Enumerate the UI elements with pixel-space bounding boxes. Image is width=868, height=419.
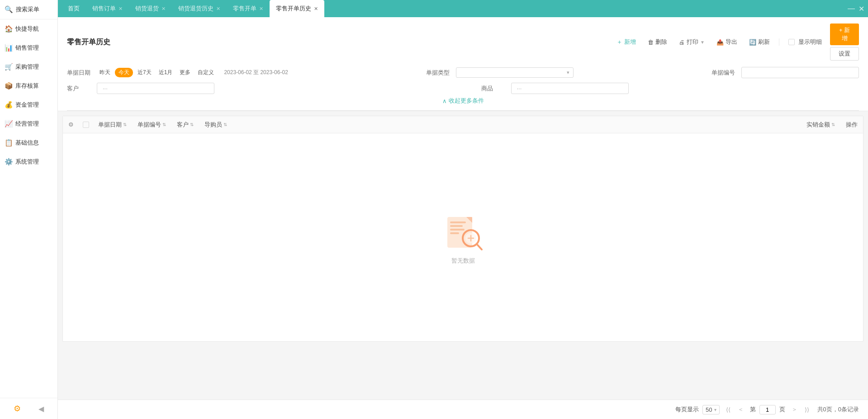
delete-label: 删除 xyxy=(655,38,667,46)
delete-button[interactable]: 🗑 删除 xyxy=(644,37,671,47)
tab-sales-order-close[interactable]: ✕ xyxy=(119,6,123,12)
print-button[interactable]: 🖨 打印 ▼ xyxy=(675,37,708,47)
filter-collapse-btn[interactable]: ∧ 收起更多条件 xyxy=(67,96,859,106)
doc-num-label: 单据编号 xyxy=(711,69,739,77)
customer-select[interactable]: ··· xyxy=(97,83,214,94)
collapse-sidebar-icon[interactable]: ◀ xyxy=(38,405,44,413)
table-select-all-checkbox[interactable] xyxy=(79,121,93,128)
doc-type-label: 单据类型 xyxy=(426,69,453,77)
th-action: 操作 xyxy=(840,121,863,129)
sidebar-item-basic-info[interactable]: 📋 基础信息 xyxy=(0,133,57,152)
page-unit: 页 xyxy=(779,405,785,414)
query-setting-group: + 新增 设置 xyxy=(830,24,859,61)
date-btn-1month[interactable]: 近1月 xyxy=(156,68,175,77)
tab-sales-return[interactable]: 销货退货 ✕ xyxy=(129,0,172,17)
add-button[interactable]: ＋ 新增 xyxy=(613,37,640,47)
display-detail-button[interactable]: 显示明细 xyxy=(785,37,825,47)
refresh-button[interactable]: 🔄 刷新 xyxy=(745,37,773,47)
page-total: 共0页，0条记录 xyxy=(817,405,859,414)
th-date[interactable]: 单据日期 ⇅ xyxy=(93,121,132,129)
tab-sales-return-close[interactable]: ✕ xyxy=(161,6,166,12)
window-close-icon[interactable]: ✕ xyxy=(859,5,864,13)
refresh-label: 刷新 xyxy=(758,38,770,46)
customer-label: 客户 xyxy=(67,85,94,93)
window-minimize-icon[interactable]: — xyxy=(848,5,855,13)
sys-icon: ⚙️ xyxy=(5,158,13,166)
doc-type-select[interactable]: ▾ xyxy=(456,67,574,78)
page-navigation: ⟨⟨ ＜ 第 页 ＞ ⟩⟩ xyxy=(723,405,812,414)
svg-rect-1 xyxy=(450,221,466,223)
page-first-btn[interactable]: ⟨⟨ xyxy=(723,405,733,414)
settings-icon[interactable]: ⚙ xyxy=(14,404,21,414)
tab-sales-order[interactable]: 销售订单 ✕ xyxy=(86,0,129,17)
per-page-label: 每页显示 xyxy=(675,405,699,414)
sidebar-bottom: ⚙ ◀ xyxy=(0,398,57,419)
tab-home[interactable]: 首页 xyxy=(62,0,86,17)
date-btn-7days[interactable]: 近7天 xyxy=(135,68,154,77)
sidebar-item-label: 快捷导航 xyxy=(15,25,39,33)
sidebar-item-inventory[interactable]: 📦 库存核算 xyxy=(0,76,57,95)
th-num[interactable]: 单据编号 ⇅ xyxy=(132,121,171,129)
tab-retail-open-close[interactable]: ✕ xyxy=(259,6,263,12)
goods-select[interactable]: ··· xyxy=(511,83,629,94)
empty-state: 暂无数据 xyxy=(63,133,863,341)
date-btn-more[interactable]: 更多 xyxy=(177,68,193,77)
sidebar-item-sales-mgmt[interactable]: 📊 销售管理 xyxy=(0,38,57,57)
sidebar-item-finance[interactable]: 💰 资金管理 xyxy=(0,95,57,114)
date-btn-custom[interactable]: 自定义 xyxy=(195,68,217,77)
date-btn-yesterday[interactable]: 昨天 xyxy=(97,68,113,77)
tab-sales-return-history[interactable]: 销货退货历史 ✕ xyxy=(172,0,227,17)
doc-num-input[interactable] xyxy=(741,67,859,78)
sidebar-search[interactable]: 🔍 搜索采单 xyxy=(0,0,57,19)
th-salesperson-sort-icon: ⇅ xyxy=(223,122,227,127)
inventory-icon: 📦 xyxy=(5,82,13,90)
page-title-row: 零售开单历史 ＋ 新增 🗑 删除 🖨 打印 ▼ xyxy=(67,24,859,61)
th-salesperson[interactable]: 导购员 ⇅ xyxy=(199,121,232,129)
query-button[interactable]: + 新增 xyxy=(830,24,859,45)
goods-dots: ··· xyxy=(517,85,522,92)
collapse-label: 收起更多条件 xyxy=(449,97,484,105)
tab-retail-open-history-close[interactable]: ✕ xyxy=(314,6,318,12)
th-date-label: 单据日期 xyxy=(98,121,122,129)
basic-info-icon: 📋 xyxy=(5,139,13,147)
sales-icon: 📊 xyxy=(5,44,13,52)
sidebar-item-operation[interactable]: 📈 经营管理 xyxy=(0,114,57,133)
th-date-sort-icon: ⇅ xyxy=(123,122,127,127)
display-detail-checkbox[interactable] xyxy=(788,39,795,45)
sidebar-item-purchase-mgmt[interactable]: 🛒 采购管理 xyxy=(0,57,57,76)
content-area: 零售开单历史 ＋ 新增 🗑 删除 🖨 打印 ▼ xyxy=(58,17,868,419)
filter-area: 单据日期 昨天 今天 近7天 近1月 更多 自定义 2023-06-02 至 2… xyxy=(67,67,859,111)
sidebar-item-label: 经营管理 xyxy=(15,120,39,128)
sidebar-item-sys-mgmt[interactable]: ⚙️ 系统管理 xyxy=(0,152,57,171)
th-customer[interactable]: 客户 ⇅ xyxy=(171,121,199,129)
th-num-sort-icon: ⇅ xyxy=(162,122,166,127)
page-number-input[interactable] xyxy=(759,405,776,414)
tab-sales-return-history-close[interactable]: ✕ xyxy=(216,6,220,12)
export-button[interactable]: 📤 导出 xyxy=(713,37,741,47)
tabs-right-controls: — ✕ xyxy=(848,5,864,13)
purchase-icon: 🛒 xyxy=(5,63,13,71)
tab-retail-open[interactable]: 零售开单 ✕ xyxy=(227,0,270,17)
tab-retail-open-history[interactable]: 零售开单历史 ✕ xyxy=(270,0,324,17)
date-btn-today[interactable]: 今天 xyxy=(115,68,133,77)
sidebar-item-label: 基础信息 xyxy=(15,139,39,147)
th-amount-label: 实销金额 xyxy=(806,121,830,129)
tab-sales-return-label: 销货退货 xyxy=(135,5,159,13)
th-amount[interactable]: 实销金额 ⇅ xyxy=(801,121,840,129)
page-next-btn[interactable]: ＞ xyxy=(789,405,800,414)
sidebar: 🔍 搜索采单 🏠 快捷导航 📊 销售管理 🛒 采购管理 📦 库存核算 💰 资金管… xyxy=(0,0,58,419)
per-page-select[interactable]: 50 ▾ xyxy=(702,405,719,414)
date-label: 单据日期 xyxy=(67,69,94,77)
table-header: ⚙ 单据日期 ⇅ 单据编号 ⇅ 客户 ⇅ xyxy=(63,116,863,133)
select-all-checkbox[interactable] xyxy=(83,122,89,128)
th-num-label: 单据编号 xyxy=(138,121,161,129)
page-prev-btn[interactable]: ＜ xyxy=(735,405,746,414)
sidebar-item-quick-nav[interactable]: 🏠 快捷导航 xyxy=(0,19,57,38)
goods-label: 商品 xyxy=(481,85,508,93)
tab-retail-open-history-label: 零售开单历史 xyxy=(276,5,311,13)
tab-sales-return-history-label: 销货退货历史 xyxy=(178,5,213,13)
page-last-btn[interactable]: ⟩⟩ xyxy=(802,405,812,414)
setting-button[interactable]: 设置 xyxy=(830,47,859,61)
table-settings-icon[interactable]: ⚙ xyxy=(63,121,79,128)
search-icon: 🔍 xyxy=(5,5,13,14)
